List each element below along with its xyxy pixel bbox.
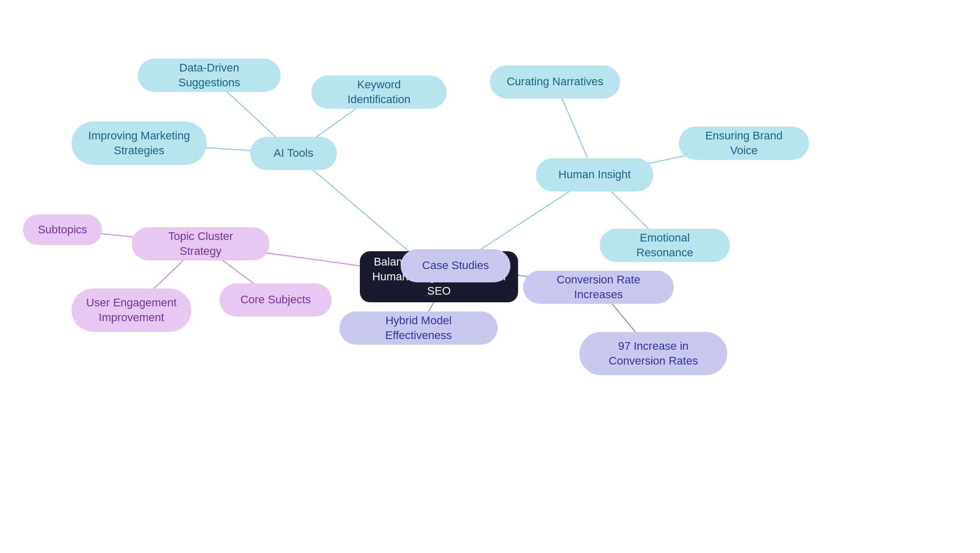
hybrid-model-node: Hybrid Model Effectiveness <box>339 311 498 345</box>
ai-tools-node: AI Tools <box>250 137 337 170</box>
keyword-id-node: Keyword Identification <box>311 76 447 109</box>
97-increase-node: 97 Increase in Conversion Rates <box>579 332 727 375</box>
improving-marketing-node: Improving Marketing Strategies <box>71 122 207 165</box>
curating-narratives-node: Curating Narratives <box>490 65 620 99</box>
core-subjects-node: Core Subjects <box>219 283 332 317</box>
data-driven-node: Data-Driven Suggestions <box>138 59 281 92</box>
case-studies-node: Case Studies <box>401 249 510 282</box>
human-insight-node: Human Insight <box>536 158 653 191</box>
user-engagement-node: User Engagement Improvement <box>71 288 191 332</box>
topic-cluster-node: Topic Cluster Strategy <box>132 227 270 260</box>
ensuring-brand-voice-node: Ensuring Brand Voice <box>679 127 809 160</box>
subtopics-node: Subtopics <box>23 214 102 245</box>
conversion-rate-node: Conversion Rate Increases <box>523 271 674 304</box>
emotional-resonance-node: Emotional Resonance <box>600 229 730 262</box>
mind-map: Balancing Automation and Human Insight i… <box>0 0 980 553</box>
